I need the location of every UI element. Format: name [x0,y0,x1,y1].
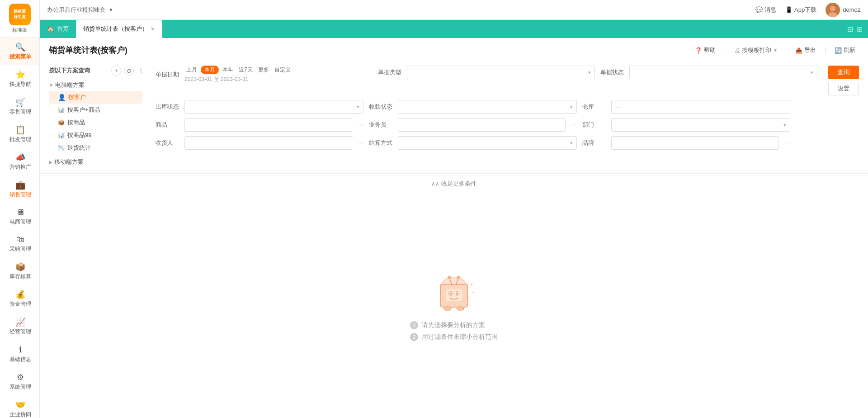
sidebar-item-retail[interactable]: 🛒 零售管理 [0,93,39,120]
sidebar-item-marketing[interactable]: 📣 营销推广 [0,148,39,176]
refresh-button[interactable]: 🔄 刷新 [831,44,859,56]
out-status-label: 出库状态 [156,103,181,111]
workspace-dropdown[interactable]: ▾ [109,6,113,13]
sidebar-item-system[interactable]: ⚙ 系统管理 [0,368,39,395]
salesperson-select[interactable] [398,118,566,132]
sidebar-item-system-label: 系统管理 [9,383,31,391]
goods-select[interactable] [184,118,352,132]
sidebar-item-cooperation[interactable]: 🤝 企业协同 [0,395,39,418]
user-menu[interactable]: demo2 [826,3,861,17]
sidebar-item-purchase-label: 采购管理 [9,245,31,253]
print-dropdown-icon[interactable]: ▾ [774,47,777,53]
filter-warehouse-field: 仓库 ··· [582,100,790,114]
dept-select[interactable]: ▾ [611,118,790,132]
brand-select[interactable] [611,136,779,150]
warehouse-value: ··· [615,104,786,110]
receiver-select[interactable] [184,136,352,150]
scheme-item-by-customer-label: 按客户 [68,93,86,101]
order-status-select[interactable]: ▾ [629,66,817,79]
page-header: 销货单统计表(按客户) ❓ 帮助 🖨 按模板打印 ▾ 📤 导出 [40,38,868,60]
date-tab-custom[interactable]: 自定义 [273,66,292,74]
operations-icon: 📈 [15,317,25,327]
date-tab-more[interactable]: 更多 [256,66,271,74]
tip-num-2: 2 [410,333,418,341]
wholesale-icon: 📋 [15,125,25,135]
date-tabs: 上月 本月 本年 近7天 更多 自定义 [184,66,373,74]
avatar [826,3,840,17]
warehouse-select[interactable]: ··· [611,100,790,114]
scheme-item-return-stat[interactable]: 📉 退货统计 [49,142,142,154]
divider-1 [725,47,725,54]
receipt-status-select[interactable]: ▾ [398,100,577,114]
goods-ellipsis[interactable]: ··· [356,121,363,129]
scheme-item-by-customer-goods[interactable]: 📊 按客户+商品 [49,104,142,116]
tab-close-icon[interactable]: ✕ [151,26,155,32]
help-button[interactable]: ❓ 帮助 [691,44,719,56]
by-customer-icon: 👤 [58,94,66,101]
page-title: 销货单统计表(按客户) [49,45,127,56]
sidebar-item-search[interactable]: 🔍 搜索菜单 [0,38,39,65]
scheme-settings-button[interactable]: ⊙ [124,66,134,76]
query-button[interactable]: 查询 [828,66,859,79]
scheme-group-desktop-title[interactable]: ▼ 电脑端方案 [49,79,142,91]
sidebar-item-sales[interactable]: 💼 销售管理 [0,176,39,203]
sidebar-item-ecom-label: 电商管理 [9,218,31,226]
filter-inputs-area: 单据日期 上月 本月 本年 近7天 更多 自定义 2023-03-01 至 20… [148,66,859,173]
scheme-item-by-goods[interactable]: 📦 按商品 [49,116,142,129]
sidebar-item-purchase[interactable]: 🛍 采购管理 [0,230,39,257]
settings-button[interactable]: 设置 [828,82,859,95]
tab-home[interactable]: 🏠 首页 [40,20,76,38]
sidebar-item-finance[interactable]: 💰 资金管理 [0,285,39,313]
date-filter-wrap: 上月 本月 本年 近7天 更多 自定义 2023-03-01 至 2023-03… [184,66,373,83]
salesperson-ellipsis[interactable]: ··· [569,121,577,129]
payment-select[interactable]: ▾ [398,136,577,150]
sidebar-item-operations[interactable]: 📈 经营管理 [0,313,39,340]
filter-row-2: 出库状态 ▾ 收款状态 ▾ 仓库 [156,100,859,114]
receiver-ellipsis[interactable]: ··· [356,139,363,147]
empty-state: ✦ ✦ ✦ 1 请先选择要分析的方案 2 用过滤条件来缩小分析范围 [40,191,868,418]
out-status-select[interactable]: ▾ [184,100,363,114]
order-type-dropdown-icon: ▾ [588,70,591,76]
minimize-icon[interactable]: ⊟ [847,25,853,33]
filter-receipt-status-field: 收款状态 ▾ [369,100,577,114]
date-tab-this-month[interactable]: 本月 [201,66,219,74]
tab-sales-stat[interactable]: 销货单统计表（按客户） ✕ [76,20,162,38]
sidebar-item-wholesale[interactable]: 📋 批发管理 [0,120,39,148]
date-tab-7days[interactable]: 近7天 [237,66,255,74]
date-tab-last-month[interactable]: 上月 [184,66,199,74]
sidebar-item-inventory[interactable]: 📦 库存核算 [0,257,39,285]
sidebar-item-quicknav[interactable]: ⭐ 快捷导航 [0,65,39,93]
scheme-add-button[interactable]: + [111,66,121,76]
goods-label: 商品 [156,121,181,129]
scheme-collapse-button[interactable]: 《 [137,66,142,75]
print-button[interactable]: 🖨 按模板打印 ▾ [731,44,780,56]
scheme-group-mobile-title[interactable]: ▶ 移动端方案 [49,156,142,168]
scheme-item-by-customer[interactable]: 👤 按客户 [49,91,142,104]
maximize-icon[interactable]: ⊞ [857,25,863,33]
tabbar: 🏠 首页 销货单统计表（按客户） ✕ ⊟ ⊞ [40,20,868,38]
avatar-image [826,3,840,17]
filter-row-4: 收货人 ··· 结算方式 ▾ 品牌 [156,136,859,150]
filter-goods-field: 商品 ··· [156,118,363,132]
collapse-bar[interactable]: ∧∧ 收起更多条件 [40,176,868,191]
app-download-button[interactable]: 📱 App下载 [785,6,816,14]
filter-dept-field: 部门 ▾ [582,118,790,132]
scheme-item-by-goods99[interactable]: 📊 按商品99 [49,129,142,142]
order-type-select[interactable]: ▾ [407,66,595,79]
message-button[interactable]: 💬 消息 [755,6,776,14]
topbar: 办公用品行业模拟账套 ▾ 💬 消息 📱 App下载 de [40,0,868,20]
export-button[interactable]: 📤 导出 [792,44,820,56]
sidebar-item-basics[interactable]: ℹ 基础信息 [0,340,39,368]
out-status-dropdown-icon: ▾ [357,104,359,110]
sidebar-item-operations-label: 经营管理 [9,328,31,336]
cooperation-icon: 🤝 [15,400,25,410]
print-icon: 🖨 [734,47,740,54]
brand-ellipsis[interactable]: ··· [783,139,790,147]
svg-text:✦: ✦ [470,282,473,287]
payment-label: 结算方式 [369,139,394,147]
divider-3 [825,47,826,54]
sidebar-item-ecom[interactable]: 🖥 电商管理 [0,203,39,230]
date-tab-this-year[interactable]: 本年 [221,66,235,74]
export-label: 导出 [804,46,816,54]
filter-order-type-field: 单据类型 ▾ [378,66,595,79]
